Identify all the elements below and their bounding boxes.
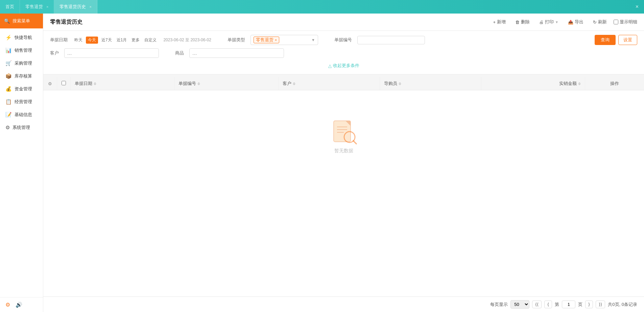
- tab-list: 首页 零售退货 × 零售退货历史 ×: [0, 0, 630, 14]
- column-settings[interactable]: ⚙: [43, 77, 57, 90]
- export-button[interactable]: 📤 导出: [565, 18, 586, 26]
- yesterday-shortcut[interactable]: 昨天: [73, 37, 84, 44]
- page-size-select[interactable]: 50 10 20 100: [510, 300, 529, 309]
- operations-icon: 📋: [5, 99, 12, 105]
- sidebar-item-purchase-label: 采购管理: [15, 60, 32, 66]
- doc-type-tag-text: 零售退货: [256, 37, 273, 43]
- collapse-arrow-icon: △: [328, 63, 332, 68]
- svg-rect-0: [334, 121, 351, 142]
- more-shortcut[interactable]: 更多: [130, 37, 141, 44]
- sidebar-item-operations[interactable]: 📋 经营管理: [0, 95, 43, 108]
- search-icon: 🔍: [4, 18, 10, 24]
- top-bar: 首页 零售退货 × 零售退货历史 × ×: [0, 0, 644, 14]
- goods-label: 商品: [175, 50, 184, 56]
- doc-no-sort-icon: [197, 82, 200, 85]
- sidebar-item-inventory[interactable]: 📦 库存核算: [0, 70, 43, 83]
- select-all-checkbox[interactable]: [62, 81, 66, 85]
- column-amount[interactable]: 实销金额: [481, 77, 585, 90]
- sidebar-item-quick-nav[interactable]: ⚡ 快捷导航: [0, 31, 43, 44]
- export-label: 导出: [575, 19, 583, 25]
- sys-mgmt-icon: ⚙: [5, 125, 10, 131]
- last7-shortcut[interactable]: 近7天: [100, 37, 113, 44]
- empty-text: 暂无数据: [334, 148, 353, 154]
- pagination-bar: 每页显示 50 10 20 100 ⟨⟨ ⟨ 第 页 ⟩ ⟩⟩ 共0页, 0条记…: [43, 296, 644, 312]
- export-icon: 📤: [568, 20, 573, 25]
- today-shortcut[interactable]: 今天: [86, 37, 98, 44]
- setting-button[interactable]: 设置: [618, 35, 637, 45]
- new-button[interactable]: + 新增: [491, 18, 509, 26]
- sidebar-search[interactable]: 🔍 搜索菜单: [0, 14, 43, 28]
- svg-line-5: [353, 141, 356, 144]
- sidebar-item-sys-mgmt-label: 系统管理: [13, 125, 30, 131]
- tab-retail-return-close[interactable]: ×: [46, 5, 48, 9]
- refresh-icon: ↻: [593, 20, 597, 25]
- filter-area: 单据日期 昨天 今天 近7天 近1月 更多 自定义 2023-06-02 至 2…: [43, 31, 644, 74]
- page-number-input[interactable]: [562, 300, 575, 308]
- sidebar-item-sales[interactable]: 📊 销售管理: [0, 44, 43, 57]
- goods-select[interactable]: ...: [189, 48, 284, 58]
- page-title: 零售退货历史: [50, 19, 82, 26]
- page-actions: + 新增 🗑 删除 🖨 打印 ▼ 📤 导出 ↻ 刷: [491, 18, 638, 26]
- print-label: 打印: [545, 19, 554, 25]
- column-doc-no[interactable]: 单据编号: [174, 77, 279, 90]
- column-guide[interactable]: 导购员: [380, 77, 481, 90]
- query-button[interactable]: 查询: [595, 35, 616, 45]
- show-detail-wrap: 显示明细: [614, 19, 637, 25]
- page-size-label: 每页显示: [490, 302, 508, 308]
- customer-select[interactable]: ...: [64, 48, 159, 58]
- prev-page-button[interactable]: ⟨: [544, 300, 552, 308]
- show-detail-checkbox[interactable]: [614, 20, 618, 24]
- refresh-label: 刷新: [598, 19, 607, 25]
- sidebar-item-basic-info[interactable]: 📝 基础信息: [0, 108, 43, 121]
- amount-sort-icon: [578, 82, 581, 85]
- doc-no-input[interactable]: [357, 36, 425, 44]
- data-table: ⚙ 单据日期: [43, 77, 644, 181]
- filter-right-buttons: 查询 设置: [595, 35, 637, 45]
- empty-state: 暂无数据: [43, 90, 644, 181]
- tab-retail-return[interactable]: 零售退货 ×: [20, 0, 54, 14]
- customer-label: 客户: [50, 50, 59, 56]
- window-close-button[interactable]: ×: [630, 4, 644, 10]
- tab-retail-return-history[interactable]: 零售退货历史 ×: [54, 0, 97, 14]
- doc-type-tag-close[interactable]: ×: [275, 38, 277, 42]
- first-page-button[interactable]: ⟨⟨: [532, 300, 542, 308]
- sidebar-item-operations-label: 经营管理: [15, 99, 32, 105]
- print-dropdown-icon: ▼: [555, 20, 558, 24]
- basic-info-icon: 📝: [5, 112, 12, 118]
- column-doc-date[interactable]: 单据日期: [70, 77, 174, 90]
- column-actions: 操作: [585, 77, 644, 90]
- plus-icon: +: [493, 20, 496, 25]
- column-customer[interactable]: 客户: [278, 77, 380, 90]
- guide-sort-icon: [399, 82, 401, 85]
- last-page-button[interactable]: ⟩⟩: [596, 300, 605, 308]
- column-checkbox: [57, 77, 70, 90]
- page-label: 页: [578, 302, 582, 308]
- delete-button[interactable]: 🗑 删除: [512, 18, 532, 26]
- doc-type-select[interactable]: 零售退货 × ▼: [251, 35, 318, 45]
- sidebar-item-finance[interactable]: 💰 资金管理: [0, 83, 43, 95]
- purchase-icon: 🛒: [5, 60, 12, 66]
- print-button[interactable]: 🖨 打印 ▼: [536, 18, 561, 26]
- page-text: 第: [555, 302, 559, 308]
- next-page-button[interactable]: ⟩: [585, 300, 593, 308]
- sales-icon: 📊: [5, 47, 12, 53]
- last1m-shortcut[interactable]: 近1月: [115, 37, 128, 44]
- sidebar-item-quick-nav-label: 快捷导航: [15, 35, 32, 41]
- doc-type-tag: 零售退货 ×: [254, 37, 279, 43]
- doc-date-sort-icon: [94, 82, 96, 85]
- tab-retail-return-history-label: 零售退货历史: [59, 4, 86, 10]
- collapse-button[interactable]: △ 收起更多条件: [324, 61, 363, 70]
- main-layout: 🔍 搜索菜单 ⚡ 快捷导航 📊 销售管理 🛒 采购管理 📦 库存核算 💰: [0, 14, 644, 312]
- doc-type-label: 单据类型: [228, 37, 245, 43]
- tab-home[interactable]: 首页: [0, 0, 20, 14]
- sidebar-nav: ⚡ 快捷导航 📊 销售管理 🛒 采购管理 📦 库存核算 💰 资金管理 📋: [0, 28, 43, 297]
- settings-bottom-icon[interactable]: ⚙: [5, 302, 10, 308]
- new-label: 新增: [497, 19, 506, 25]
- tab-retail-return-label: 零售退货: [25, 4, 43, 10]
- refresh-button[interactable]: ↻ 刷新: [590, 18, 610, 26]
- sidebar-item-purchase[interactable]: 🛒 采购管理: [0, 57, 43, 70]
- tab-retail-return-history-close[interactable]: ×: [89, 5, 91, 9]
- custom-shortcut[interactable]: 自定义: [143, 37, 158, 44]
- volume-icon[interactable]: 🔊: [16, 302, 22, 308]
- sidebar-item-sys-mgmt[interactable]: ⚙ 系统管理: [0, 121, 43, 134]
